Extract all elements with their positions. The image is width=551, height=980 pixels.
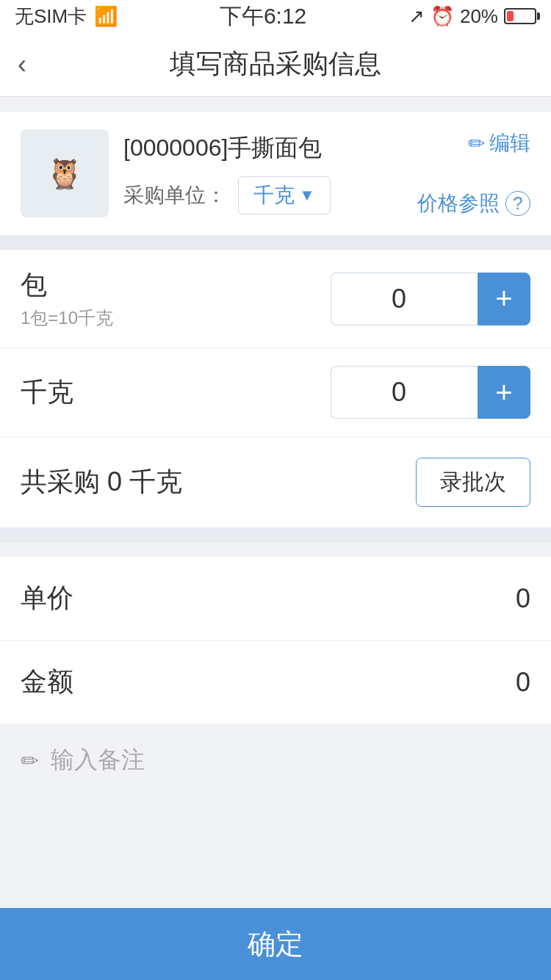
product-image: 🦉 [21, 129, 109, 217]
kg-main-label: 千克 [21, 375, 316, 411]
wifi-icon: 📶 [94, 5, 118, 28]
unit-price-label: 单价 [21, 580, 73, 616]
unit-price-value: 0 [516, 583, 530, 614]
status-left: 无SIM卡 📶 [15, 4, 118, 29]
unit-dropdown-arrow: ▼ [299, 186, 315, 205]
battery-percent: 20% [460, 5, 498, 28]
location-icon: ↗ [408, 5, 425, 28]
bag-label-group: 包 1包=10千克 [21, 267, 316, 330]
kg-label-group: 千克 [21, 375, 316, 411]
page-title: 填写商品采购信息 [170, 46, 381, 82]
bag-quantity-input[interactable] [331, 273, 478, 325]
kg-quantity-wrapper: + [331, 366, 530, 419]
batch-button[interactable]: 录批次 [416, 458, 530, 507]
bag-sub-label: 1包=10千克 [21, 306, 316, 330]
kg-quantity-input[interactable] [331, 366, 478, 419]
input-row-bags: 包 1包=10千克 + [0, 250, 551, 348]
summary-num: 0 [107, 466, 122, 497]
unit-value: 千克 [253, 181, 295, 209]
edit-button[interactable]: ✏ 编辑 [468, 129, 530, 157]
bag-plus-button[interactable]: + [478, 273, 530, 325]
remark-section[interactable]: ✏ 输入备注 [0, 724, 551, 797]
unit-select[interactable]: 千克 ▼ [238, 176, 331, 215]
product-card: 🦉 [0000006]手撕面包 采购单位： 千克 ▼ ✏ 编辑 价格参照 ? [0, 112, 551, 235]
edit-label: 编辑 [489, 129, 530, 157]
input-row-kg: 千克 + [0, 348, 551, 437]
input-section: 包 1包=10千克 + 千克 + [0, 250, 551, 437]
price-ref-label: 价格参照 [417, 190, 500, 217]
help-icon: ? [505, 191, 530, 216]
summary-label: 共采购 [21, 466, 100, 497]
section-divider-1 [0, 235, 551, 250]
bag-main-label: 包 [21, 267, 316, 303]
status-right: ↗ ⏰ 20% [408, 5, 536, 28]
amount-row: 金额 0 [0, 641, 551, 724]
status-bar: 无SIM卡 📶 下午6:12 ↗ ⏰ 20% [0, 0, 551, 32]
price-ref-button[interactable]: 价格参照 ? [417, 190, 530, 217]
unit-label: 采购单位： [123, 181, 226, 209]
remark-placeholder: 输入备注 [51, 744, 145, 777]
battery-icon [504, 8, 536, 24]
bag-quantity-wrapper: + [331, 273, 530, 325]
carrier-text: 无SIM卡 [15, 4, 87, 29]
unit-price-row: 单价 0 [0, 557, 551, 641]
amount-label: 金额 [21, 664, 73, 700]
product-logo: 🦉 [46, 156, 83, 191]
pencil-icon: ✏ [21, 748, 39, 774]
nav-bar: ‹ 填写商品采购信息 [0, 32, 551, 97]
kg-plus-button[interactable]: + [478, 366, 530, 419]
alarm-icon: ⏰ [431, 5, 454, 28]
edit-icon: ✏ [468, 131, 485, 156]
summary-row: 共采购 0 千克 录批次 [0, 437, 551, 527]
back-button[interactable]: ‹ [18, 49, 26, 80]
confirm-button[interactable]: 确定 [0, 908, 551, 980]
summary-unit-text: 千克 [129, 466, 182, 497]
section-divider-2 [0, 527, 551, 542]
summary-text: 共采购 0 千克 [21, 464, 182, 500]
status-time: 下午6:12 [220, 1, 306, 32]
amount-value: 0 [516, 667, 530, 698]
price-section: 单价 0 金额 0 [0, 557, 551, 724]
